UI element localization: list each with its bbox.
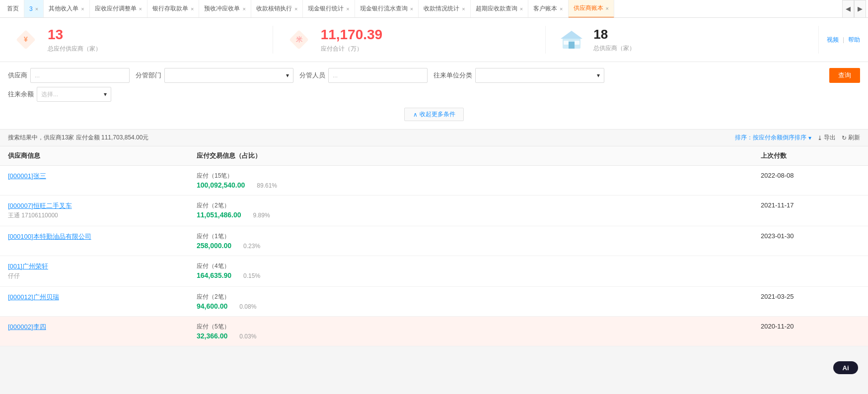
close-tab-receipt-verify[interactable]: × — [294, 6, 297, 12]
nav-tab-receipt-stat[interactable]: 收款情况统计 × — [419, 0, 470, 18]
sort-button[interactable]: 排序：按应付余额倒序排序 ▾ — [735, 133, 811, 142]
transaction-cell-4: 应付（2笔） 94,600.00 0.08% — [197, 293, 761, 310]
close-tab-customer-book[interactable]: × — [560, 6, 563, 12]
collapse-button[interactable]: ∧ 收起更多条件 — [404, 108, 464, 121]
tx-row-4: 94,600.00 0.08% — [197, 302, 761, 310]
tx-percent-1: 9.89% — [253, 212, 270, 219]
close-tab-overdue-ar-query[interactable]: × — [520, 6, 523, 12]
tx-percent-2: 0.23% — [243, 243, 260, 250]
lastpay-date-0: 2022-08-08 — [761, 172, 794, 179]
tx-label-2: 应付（1笔） — [197, 232, 761, 241]
close-tab-receipt-stat[interactable]: × — [462, 6, 465, 12]
lastpay-cell-4: 2021-03-25 — [761, 293, 860, 300]
search-button[interactable]: 查询 — [829, 68, 860, 83]
nav-tab-cash-bank-stat[interactable]: 现金银行统计 × — [303, 0, 355, 18]
table-row: [000100]本特勤油品有限公司 应付（1笔） 258,000.00 0.23… — [0, 226, 868, 256]
supplier-cell-1: [000007]恒旺二手叉车 王通 17106110000 — [8, 201, 197, 220]
tx-amount-4[interactable]: 94,600.00 — [197, 302, 227, 310]
close-tab-pre-receive[interactable]: × — [242, 6, 245, 12]
help-link[interactable]: 帮助 — [848, 36, 860, 44]
tx-amount-5[interactable]: 32,366.00 — [197, 332, 227, 340]
payable-amount-label: 应付合计（万） — [321, 45, 383, 53]
supplier-contact-1: 王通 17106110000 — [8, 211, 197, 220]
lastpay-cell-5: 2020-11-20 — [761, 323, 860, 330]
transaction-cell-0: 应付（15笔） 100,092,540.00 89.61% — [197, 172, 761, 189]
export-icon: ⤓ — [817, 134, 822, 141]
close-tab-cash-flow-query[interactable]: × — [410, 6, 413, 12]
tx-percent-0: 89.61% — [257, 182, 277, 189]
tx-amount-3[interactable]: 164,635.90 — [197, 271, 231, 279]
category-select[interactable]: ▾ — [475, 68, 604, 83]
supplier-cell-0: [000001]张三 — [8, 172, 197, 181]
summary-text-total-suppliers: 18 总供应商（家） — [593, 27, 635, 53]
nav-tab-overdue-ar-query[interactable]: 超期应收款查询 × — [471, 0, 528, 18]
close-tab-cash-bank-stat[interactable]: × — [346, 6, 349, 12]
nav-tab-customer-book[interactable]: 客户账本 × — [528, 0, 568, 18]
refresh-icon: ↻ — [842, 134, 847, 141]
person-input[interactable]: ... — [328, 68, 428, 83]
summary-text-payable-amount: 11,170.39 应付合计（万） — [321, 26, 383, 54]
summary-bar: ¥ 13 总应付供应商（家） 米 11,170.39 应付合计（万） — [0, 18, 868, 62]
balance-placeholder: 选择... — [41, 90, 58, 99]
tx-label-4: 应付（2笔） — [197, 293, 761, 301]
close-tab-bank-deposit[interactable]: × — [191, 6, 194, 12]
export-button[interactable]: ⤓ 导出 — [817, 133, 836, 142]
supplier-icon: ¥ — [12, 26, 40, 54]
supplier-name-0[interactable]: [000001]张三 — [8, 172, 197, 181]
nav-prev-arrow[interactable]: ◀ — [842, 0, 854, 18]
close-tab-3[interactable]: × — [35, 6, 38, 12]
supplier-name-4[interactable]: [000012]广州贝瑞 — [8, 293, 197, 302]
close-tab-supplier-book[interactable]: × — [606, 5, 609, 11]
lastpay-cell-0: 2022-08-08 — [761, 172, 860, 179]
top-right-links: 视频 | 帮助 — [819, 26, 868, 54]
total-supplier-label: 总供应商（家） — [593, 44, 635, 53]
refresh-button[interactable]: ↻ 刷新 — [842, 133, 860, 142]
supplier-name-2[interactable]: [000100]本特勤油品有限公司 — [8, 232, 197, 241]
nav-tab-3[interactable]: 3 × — [24, 0, 44, 18]
svg-rect-8 — [575, 41, 579, 45]
lastpay-date-1: 2021-11-17 — [761, 201, 794, 209]
nav-tab-bank-deposit[interactable]: 银行存取款单 × — [147, 0, 199, 18]
svg-text:米: 米 — [295, 36, 302, 43]
supplier-cell-5: [000002]李四 — [8, 323, 197, 331]
video-link[interactable]: 视频 — [827, 36, 839, 44]
person-placeholder: ... — [333, 72, 338, 79]
tx-percent-5: 0.03% — [239, 333, 256, 340]
supplier-name-5[interactable]: [000002]李四 — [8, 323, 197, 331]
tx-amount-2[interactable]: 258,000.00 — [197, 242, 231, 250]
sort-label: 排序：按应付余额倒序排序 — [735, 133, 806, 142]
tx-label-5: 应付（5笔） — [197, 323, 761, 331]
tx-amount-1[interactable]: 11,051,486.00 — [197, 211, 241, 219]
table-row: [001]广州荣轩 仔仔 应付（4笔） 164,635.90 0.15% — [0, 256, 868, 287]
close-tab-ar-ap-adjust[interactable]: × — [139, 6, 142, 12]
close-tab-other-income[interactable]: × — [81, 6, 84, 12]
supplier-name-3[interactable]: [001]广州荣轩 — [8, 262, 197, 271]
supplier-name-1[interactable]: [000007]恒旺二手叉车 — [8, 201, 197, 210]
tx-row-3: 164,635.90 0.15% — [197, 271, 761, 279]
supplier-input[interactable]: ... — [30, 68, 130, 83]
nav-tab-ar-ap-adjust[interactable]: 应收应付调整单 × — [90, 0, 147, 18]
nav-tab-receipt-verify[interactable]: 收款核销执行 × — [251, 0, 303, 18]
dept-select[interactable]: ▾ — [164, 68, 293, 83]
nav-tab-pre-receive[interactable]: 预收冲应收单 × — [199, 0, 251, 18]
lastpay-cell-1: 2021-11-17 — [761, 201, 860, 209]
tx-label-1: 应付（2笔） — [197, 201, 761, 210]
lastpay-date-5: 2020-11-20 — [761, 323, 794, 330]
table-header: 供应商信息 应付交易信息（占比） 上次付数 — [0, 146, 868, 166]
tx-label-3: 应付（4笔） — [197, 262, 761, 270]
result-info: 搜索结果中，供应商13家 应付金额 111,703,854.00元 — [8, 133, 148, 142]
nav-tab-cash-flow-query[interactable]: 现金银行流水查询 × — [355, 0, 419, 18]
supplier-contact-3: 仔仔 — [8, 272, 197, 280]
nav-next-arrow[interactable]: ▶ — [854, 0, 866, 18]
summary-card-payable-amount: 米 11,170.39 应付合计（万） — [273, 26, 546, 54]
amount-icon: 米 — [285, 26, 313, 54]
total-supplier-count: 18 — [593, 27, 635, 42]
nav-tab-other-income[interactable]: 其他收入单 × — [44, 0, 89, 18]
data-table: 供应商信息 应付交易信息（占比） 上次付数 [000001]张三 应付（15笔）… — [0, 146, 868, 346]
tx-amount-0[interactable]: 100,092,540.00 — [197, 181, 245, 189]
nav-tab-home[interactable]: 首页 — [2, 0, 24, 18]
nav-tab-supplier-book[interactable]: 供应商账本 × — [569, 0, 614, 18]
supplier-cell-2: [000100]本特勤油品有限公司 — [8, 232, 197, 241]
filter-row-1: 供应商 ... 分管部门 ▾ 分管人员 ... 往来单位分类 ▾ 查询 — [8, 68, 860, 83]
balance-select[interactable]: 选择... ▾ — [37, 87, 111, 102]
